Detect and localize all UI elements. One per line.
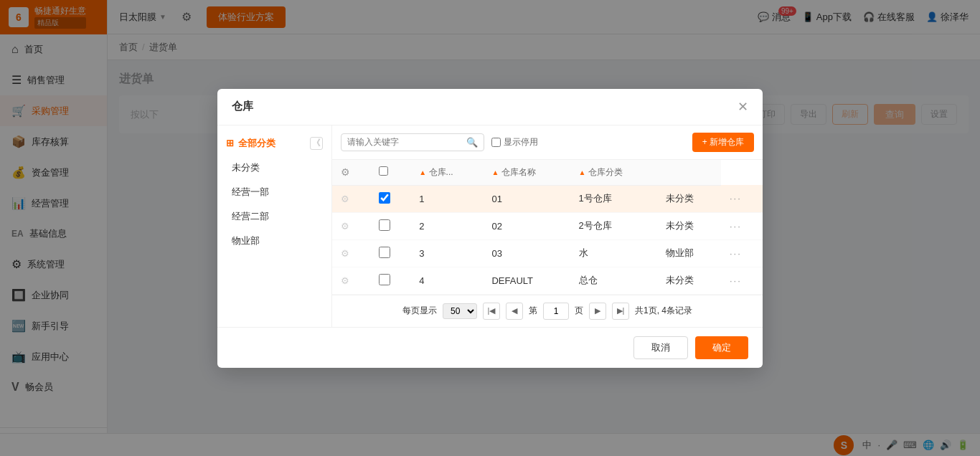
row-gear-cell: ⚙: [332, 212, 370, 239]
pagination-bar: 每页显示 50 |◀ ◀ 第 页 ▶ ▶| 共1页, 4条记录: [332, 295, 763, 327]
search-input[interactable]: [347, 137, 462, 147]
row-actions: ···: [721, 267, 763, 294]
confirm-button[interactable]: 确定: [695, 336, 748, 359]
col-name[interactable]: ▲ 仓库名称: [483, 160, 570, 186]
row-checkbox-cell: [370, 267, 411, 294]
dialog-body: ⊞ 全部分类 《 未分类 经营一部 经营二部 物业部 🔍: [217, 125, 763, 327]
category-item-unclassified[interactable]: 未分类: [217, 156, 331, 180]
total-info: 共1页, 4条记录: [635, 305, 692, 317]
dialog-close-button[interactable]: ✕: [738, 99, 748, 115]
row-checkbox-cell: [370, 185, 411, 212]
row-code: 02: [483, 212, 570, 239]
per-page-select[interactable]: 50: [443, 303, 477, 319]
row-index: 2: [410, 212, 483, 239]
table-row[interactable]: ⚙ 2 02 2号仓库 未分类 ···: [332, 212, 763, 239]
dialog-header: 仓库 ✕: [217, 89, 763, 125]
row-action-dots[interactable]: ···: [730, 221, 742, 232]
row-checkbox[interactable]: [379, 274, 390, 285]
col-code[interactable]: ▲ 仓库...: [410, 160, 483, 186]
row-actions: ···: [721, 185, 763, 212]
add-warehouse-button[interactable]: + 新增仓库: [692, 133, 754, 152]
list-panel: 🔍 显示停用 + 新增仓库 ⚙: [332, 125, 763, 327]
category-panel: ⊞ 全部分类 《 未分类 经营一部 经营二部 物业部: [217, 125, 332, 327]
row-action-dots[interactable]: ···: [730, 275, 742, 286]
row-gear-icon: ⚙: [341, 221, 349, 232]
row-checkbox[interactable]: [379, 219, 390, 231]
list-toolbar: 🔍 显示停用 + 新增仓库: [332, 125, 763, 160]
row-checkbox-cell: [370, 212, 411, 239]
search-icon[interactable]: 🔍: [466, 137, 478, 148]
table-row[interactable]: ⚙ 1 01 1号仓库 未分类 ···: [332, 185, 763, 212]
row-index: 1: [410, 185, 483, 212]
row-name: 水: [570, 239, 657, 267]
row-category: 未分类: [657, 185, 721, 212]
row-category: 未分类: [657, 267, 721, 294]
table-row[interactable]: ⚙ 4 DEFAULT 总仓 未分类 ···: [332, 267, 763, 294]
sort-cat-icon: ▲: [579, 168, 586, 176]
row-checkbox[interactable]: [379, 247, 390, 258]
row-gear-icon: ⚙: [341, 194, 349, 204]
category-item-ops2[interactable]: 经营二部: [217, 204, 331, 229]
grid-icon: ⊞: [226, 138, 234, 148]
per-page-label: 每页显示: [402, 305, 437, 317]
row-code: 01: [483, 185, 570, 212]
page-label-post: 页: [575, 305, 583, 317]
row-gear-cell: ⚙: [332, 185, 370, 212]
row-gear-icon: ⚙: [341, 275, 349, 286]
search-box: 🔍: [341, 133, 484, 151]
dialog-footer: 取消 确定: [217, 327, 763, 368]
show-disabled-label[interactable]: 显示停用: [491, 136, 538, 148]
row-gear-icon: ⚙: [341, 248, 349, 259]
row-action-dots[interactable]: ···: [730, 248, 742, 259]
modal-overlay: 仓库 ✕ ⊞ 全部分类 《 未分类 经营一部 经营二部 物业部: [0, 0, 980, 456]
row-actions: ···: [721, 212, 763, 239]
dialog-title: 仓库: [232, 100, 253, 113]
row-checkbox-cell: [370, 239, 411, 267]
row-category: 未分类: [657, 212, 721, 239]
row-actions: ···: [721, 239, 763, 267]
row-index: 3: [410, 239, 483, 267]
table-header-row: ⚙ ▲ 仓库... ▲ 仓库名称 ▲ 仓库分类: [332, 160, 763, 186]
row-index: 4: [410, 267, 483, 294]
page-number-input[interactable]: [543, 303, 569, 320]
col-gear: ⚙: [332, 160, 370, 186]
sort-icon: ▲: [419, 168, 426, 176]
category-item-ops1[interactable]: 经营一部: [217, 180, 331, 204]
row-category: 物业部: [657, 239, 721, 267]
row-checkbox[interactable]: [379, 192, 390, 204]
row-action-dots[interactable]: ···: [730, 193, 742, 204]
row-code: DEFAULT: [483, 267, 570, 294]
collapse-button[interactable]: 《: [310, 137, 323, 150]
col-checkbox: [370, 160, 411, 186]
next-page-button[interactable]: ▶: [589, 303, 606, 320]
row-name: 2号仓库: [570, 212, 657, 239]
row-code: 03: [483, 239, 570, 267]
category-header[interactable]: ⊞ 全部分类 《: [217, 131, 331, 156]
warehouse-table: ⚙ ▲ 仓库... ▲ 仓库名称 ▲ 仓库分类 ⚙ 1 01 1号: [332, 160, 763, 295]
show-disabled-checkbox[interactable]: [491, 138, 501, 147]
first-page-button[interactable]: |◀: [483, 303, 500, 320]
table-row[interactable]: ⚙ 3 03 水 物业部 ···: [332, 239, 763, 267]
select-all-checkbox[interactable]: [379, 166, 388, 176]
col-actions: [657, 160, 721, 186]
row-name: 总仓: [570, 267, 657, 294]
row-gear-cell: ⚙: [332, 267, 370, 294]
page-label-pre: 第: [529, 305, 537, 317]
last-page-button[interactable]: ▶|: [612, 303, 629, 320]
category-item-property[interactable]: 物业部: [217, 229, 331, 253]
row-gear-cell: ⚙: [332, 239, 370, 267]
gear-header-icon: ⚙: [341, 166, 350, 178]
category-header-label: 全部分类: [238, 137, 275, 150]
cancel-button[interactable]: 取消: [633, 336, 688, 359]
row-name: 1号仓库: [570, 185, 657, 212]
sort-name-icon: ▲: [491, 168, 499, 176]
prev-page-button[interactable]: ◀: [506, 303, 523, 320]
warehouse-data-table: ⚙ ▲ 仓库... ▲ 仓库名称 ▲ 仓库分类 ⚙ 1 01 1号: [332, 160, 763, 295]
col-category[interactable]: ▲ 仓库分类: [570, 160, 657, 186]
warehouse-dialog: 仓库 ✕ ⊞ 全部分类 《 未分类 经营一部 经营二部 物业部: [217, 89, 763, 368]
